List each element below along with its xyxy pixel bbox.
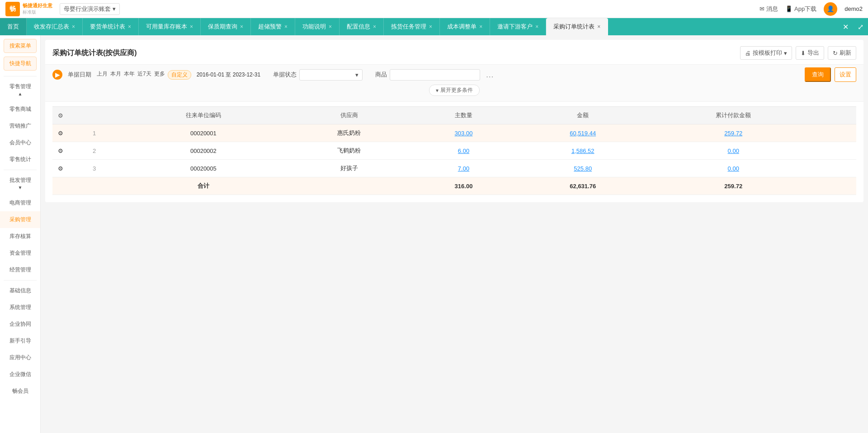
close-all-button[interactable]: ✕ [838,23,853,31]
row-main-qty[interactable]: 303.00 [411,124,516,142]
sidebar-item-purchase[interactable]: 采购管理 [0,211,40,228]
close-icon[interactable]: × [72,24,75,30]
refresh-button[interactable]: ↻ 刷新 [828,46,856,60]
tab-requisition-summary-label: 要货单统计表 [90,23,125,31]
tab-invite-downstream[interactable]: 邀请下游客户 × [490,18,546,35]
tab-available-inventory[interactable]: 可用量库存账本 × [139,18,201,35]
tab-cost-adjust[interactable]: 成本调整单 × [440,18,490,35]
query-button[interactable]: 查询 [805,67,831,82]
sidebar-shortcut-area: 快捷导航 [0,57,40,74]
sidebar-item-newbie[interactable]: 新手引导 [0,333,40,349]
quick-nav-button[interactable]: 快捷导航 [4,57,37,71]
main-layout: 搜索菜单 快捷导航 零售管理 ▲ 零售商城 营销推广 会员中心 零售统计 批发管… [0,35,868,433]
close-icon[interactable]: × [329,24,332,30]
row-paid-amount[interactable]: 0.00 [650,142,817,160]
sidebar-item-collab[interactable]: 企业协同 [0,316,40,333]
goods-input[interactable] [390,69,480,81]
tab-overstock-alert[interactable]: 超储预警 × [251,18,295,35]
refresh-icon: ↻ [833,50,838,57]
sidebar-item-inventory[interactable]: 库存核算 [0,228,40,245]
user-avatar[interactable]: 👤 [824,2,837,16]
sidebar-item-collab-label: 企业协同 [9,320,31,328]
message-button[interactable]: ✉ 消息 [760,5,778,13]
shortcut-this-month[interactable]: 本月 [110,70,121,80]
col-settings[interactable]: ⚙ [52,107,69,124]
sidebar-item-vip-label: 畅会员 [12,387,28,395]
close-icon[interactable]: × [535,24,538,30]
user-name[interactable]: demo2 [844,5,863,12]
row-paid-amount[interactable]: 259.72 [650,124,817,142]
row-settings[interactable]: ⚙ [52,160,69,177]
search-menu-button[interactable]: 搜索菜单 [4,39,37,53]
row-settings[interactable]: ⚙ [52,124,69,142]
shortcut-last-7-days[interactable]: 近7天 [137,70,151,80]
close-icon[interactable]: × [429,24,432,30]
filter-toggle-button[interactable]: ▶ [52,70,62,80]
close-icon[interactable]: × [597,24,600,30]
shortcut-custom[interactable]: 自定义 [168,70,191,80]
sidebar-item-vip[interactable]: 畅会员 [0,383,40,400]
sidebar-divider-2 [4,170,37,170]
date-range-display[interactable]: 2016-01-01 至 2023-12-31 [197,71,260,79]
row-settings[interactable]: ⚙ [52,142,69,160]
row-main-qty[interactable]: 7.00 [411,160,516,177]
shortcut-more[interactable]: 更多 [154,70,165,80]
sidebar-item-operation[interactable]: 经营管理 [0,262,40,278]
col-paid-amount: 累计付款金额 [650,107,817,124]
page-actions: 🖨 按模板打印 ▾ ⬇ 导出 ↻ 刷新 [740,46,856,60]
user-icon: 👤 [827,5,834,12]
tab-overstock-alert-label: 超储预警 [258,23,282,31]
tab-home[interactable]: 首页 [0,18,27,35]
sidebar-item-wechat[interactable]: 企业微信 [0,366,40,383]
maximize-button[interactable]: ⤢ [853,23,868,31]
sidebar-item-retail-shop[interactable]: 零售商城 [0,101,40,118]
row-paid-amount[interactable]: 0.00 [650,160,817,177]
page-header: 采购订单统计表(按供应商) 🖨 按模板打印 ▾ ⬇ 导出 ↻ 刷新 [45,40,863,64]
close-icon[interactable]: × [190,24,193,30]
sidebar-item-batch[interactable]: 批发管理 ▼ [0,172,40,195]
footer-label: 合计 [120,177,287,195]
logo: 畅 畅捷通好生意 标准版 [5,2,52,16]
sidebar-item-app-center[interactable]: 应用中心 [0,349,40,366]
settings-button[interactable]: 设置 [835,67,856,82]
sidebar-item-ecommerce-label: 电商管理 [9,199,31,207]
workspace-selector[interactable]: 母婴行业演示账套 ▾ [60,3,120,15]
row-amount[interactable]: 525.80 [516,160,650,177]
status-select[interactable]: ▾ [299,69,363,81]
sidebar-item-finance[interactable]: 资金管理 [0,245,40,262]
row-main-qty[interactable]: 6.00 [411,142,516,160]
more-options-icon[interactable]: … [486,70,494,80]
row-amount[interactable]: 1,586.52 [516,142,650,160]
close-icon[interactable]: × [479,24,482,30]
sidebar-item-basic[interactable]: 基础信息 [0,282,40,299]
sidebar: 搜索菜单 快捷导航 零售管理 ▲ 零售商城 营销推广 会员中心 零售统计 批发管… [0,35,41,433]
sidebar-item-marketing[interactable]: 营销推广 [0,118,40,134]
sidebar-item-member[interactable]: 会员中心 [0,134,40,151]
close-icon[interactable]: × [240,24,243,30]
sidebar-item-retail-stats[interactable]: 零售统计 [0,151,40,168]
app-download-button[interactable]: 📱 App下载 [785,5,816,13]
row-amount[interactable]: 60,519.44 [516,124,650,142]
sidebar-item-ecommerce[interactable]: 电商管理 [0,195,40,211]
sidebar-item-retail[interactable]: 零售管理 ▲ [0,78,40,101]
col-main-qty: 主数量 [411,107,516,124]
close-icon[interactable]: × [373,24,376,30]
tab-pick-task[interactable]: 拣货任务管理 × [384,18,440,35]
tab-purchase-summary[interactable]: 采购订单统计表 × [546,18,608,35]
tab-config-info[interactable]: 配置信息 × [340,18,384,35]
tab-expiry-query[interactable]: 保质期查询 × [201,18,251,35]
date-label: 单据日期 [68,71,91,79]
tab-function-desc[interactable]: 功能说明 × [295,18,340,35]
shortcut-this-year[interactable]: 本年 [124,70,135,80]
sidebar-item-system[interactable]: 系统管理 [0,299,40,316]
tab-receive-summary[interactable]: 收发存汇总表 × [27,18,83,35]
tab-receive-summary-label: 收发存汇总表 [34,23,69,31]
close-icon[interactable]: × [128,24,131,30]
expand-more-button[interactable]: ▾ 展开更多条件 [429,85,480,96]
close-icon[interactable]: × [284,24,288,30]
export-button[interactable]: ⬇ 导出 [796,46,824,60]
tab-requisition-summary[interactable]: 要货单统计表 × [83,18,139,35]
goods-label: 商品 [375,71,387,79]
print-button[interactable]: 🖨 按模板打印 ▾ [740,46,792,60]
shortcut-last-month[interactable]: 上月 [97,70,108,80]
